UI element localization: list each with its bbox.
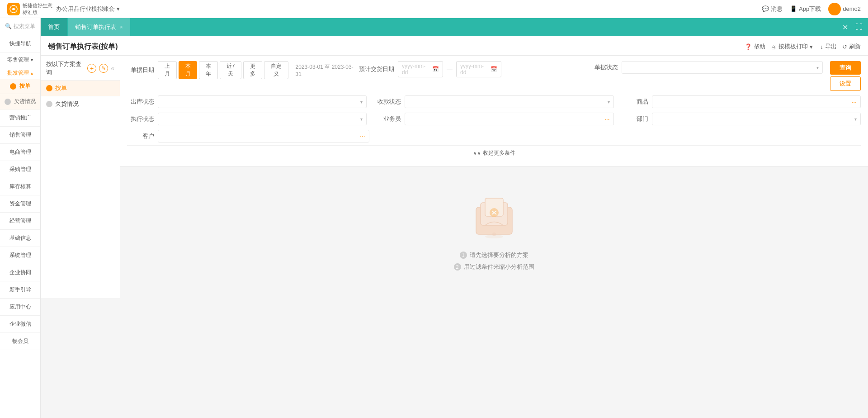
customer-dots-icon[interactable]: ···	[360, 133, 365, 140]
print-dropdown-button[interactable]: ▾	[808, 42, 815, 52]
tip-num-1: 1	[460, 252, 467, 259]
sidebar-item-finance[interactable]: 资金管理	[0, 195, 40, 213]
sidebar-item-member[interactable]: 畅会员	[0, 333, 40, 350]
scheme-item-debt[interactable]: 欠货情况	[41, 96, 120, 112]
status-select[interactable]: ▾	[622, 61, 823, 74]
sidebar-item-apps[interactable]: 应用中心	[0, 299, 40, 316]
date-btn-last7[interactable]: 近7天	[220, 61, 241, 79]
sidebar-item-system[interactable]: 系统管理	[0, 247, 40, 264]
status-select-arrow: ▾	[816, 65, 819, 70]
scheme-header: 按以下方案查询 + ✎ «	[41, 56, 120, 81]
sidebar-item-inventory[interactable]: 库存核算	[0, 178, 40, 195]
filter-row-1: 单据日期 上月 本月 本年 近7天 更多 自定义 2023-03-01 至 20…	[127, 61, 861, 91]
sidebar-item-search[interactable]: 🔍 搜索菜单	[0, 18, 40, 35]
collapse-up-icon: ∧∧	[473, 150, 481, 157]
salesperson-dots-icon[interactable]: ···	[604, 115, 610, 123]
empty-illustration	[467, 194, 521, 240]
date-btn-custom[interactable]: 自定义	[264, 61, 288, 79]
chevron-down-icon: ▾	[117, 5, 120, 12]
tab-maximize-button[interactable]: ⛶	[854, 21, 864, 33]
tab-home[interactable]: 首页	[41, 18, 67, 36]
help-button[interactable]: ❓ 帮助	[745, 43, 765, 51]
export-button[interactable]: ↓ 导出	[821, 43, 837, 51]
sidebar-item-debt[interactable]: 欠货情况	[0, 94, 40, 109]
right-content: 单据日期 上月 本月 本年 近7天 更多 自定义 2023-03-01 至 20…	[120, 56, 868, 298]
filter-dept-cell: 部门 ▾	[621, 113, 861, 125]
date-btn-prev-month[interactable]: 上月	[158, 61, 177, 79]
salesperson-input[interactable]: ···	[405, 113, 613, 125]
sidebar-item-ecommerce[interactable]: 电商管理	[0, 144, 40, 161]
svg-point-2	[830, 12, 839, 15]
filter-row-2: 出库状态 ▾ 收款状态 ▾	[127, 95, 861, 108]
sidebar-wholesale-sub: 按单 欠货情况	[0, 79, 40, 109]
user-menu[interactable]: demo2	[828, 3, 861, 15]
expected-date-to-input[interactable]: yyyy-mm-dd 📅	[456, 61, 501, 77]
user-name: demo2	[843, 5, 861, 12]
top-bar-left: 畅捷信好生意 标准版 办公用品行业模拟账套 ▾	[7, 2, 120, 15]
print-button[interactable]: 🖨 按模板打印	[771, 43, 808, 51]
dept-select[interactable]: ▾	[652, 113, 861, 125]
scheme-collapse-button[interactable]: «	[111, 65, 114, 72]
sidebar-item-newbie[interactable]: 新手引导	[0, 281, 40, 299]
sidebar-item-basic[interactable]: 基础信息	[0, 230, 40, 247]
goods-dots-icon[interactable]: ···	[851, 98, 857, 105]
message-button[interactable]: 💬 消息	[762, 5, 783, 13]
sidebar-item-sales[interactable]: 销售管理	[0, 127, 40, 144]
sidebar-item-wholesale[interactable]: 批发管理 ▴	[0, 66, 40, 79]
search-icon: 🔍	[5, 23, 12, 29]
out-status-select[interactable]: ▾	[158, 95, 367, 108]
date-range-separator: —	[447, 66, 453, 73]
tip-num-2: 2	[454, 263, 461, 271]
sidebar-item-marketing[interactable]: 营销推广	[0, 109, 40, 127]
collapse-button[interactable]: ∧∧ 收起更多条件	[127, 147, 861, 159]
filter-status-section: 单据状态 ▾	[591, 61, 823, 74]
sidebar-item-purchase[interactable]: 采购管理	[0, 161, 40, 178]
company-selector[interactable]: 办公用品行业模拟账套 ▾	[56, 5, 120, 13]
set-button[interactable]: 设置	[830, 76, 861, 91]
sidebar-item-wechat[interactable]: 企业微信	[0, 316, 40, 333]
date-btn-curr-month[interactable]: 本月	[179, 61, 198, 79]
export-icon: ↓	[821, 43, 824, 50]
logo-icon	[7, 3, 20, 15]
goods-input[interactable]: ···	[652, 95, 861, 108]
refresh-button[interactable]: ↺ 刷新	[842, 43, 861, 51]
date-range-text: 2023-03-01 至 2023-03-31	[296, 63, 359, 77]
collect-status-arrow: ▾	[608, 100, 610, 104]
filter-customer-cell: 客户 ···	[127, 130, 369, 142]
sidebar-item-operations[interactable]: 经营管理	[0, 213, 40, 230]
page-title: 销售订单执行表(按单)	[48, 42, 118, 52]
salesperson-label: 业务员	[374, 115, 401, 123]
query-button[interactable]: 查询	[830, 61, 861, 75]
content-area: 首页 销售订单执行表 × ✕ ⛶ 销售订单执行表(按单) ❓ 帮助	[41, 18, 868, 418]
filter-expected-date-section: 预计交货日期 yyyy-mm-dd 📅 — yyyy-mm-dd 📅	[359, 61, 591, 77]
sidebar-item-retail[interactable]: 零售管理 ▾	[0, 52, 40, 66]
app-download-button[interactable]: 📱 App下载	[790, 5, 821, 13]
page-content: 销售订单执行表(按单) ❓ 帮助 🖨 按模板打印 ▾ ↓	[41, 36, 868, 418]
sidebar-item-corp[interactable]: 企业协同	[0, 264, 40, 281]
exec-status-label: 执行状态	[127, 115, 154, 123]
filter-row-3: 执行状态 ▾ 业务员 ···	[127, 113, 861, 125]
scheme-add-button[interactable]: +	[87, 64, 96, 73]
sidebar-item-order[interactable]: 按单	[0, 79, 40, 94]
tab-active[interactable]: 销售订单执行表 ×	[68, 18, 130, 36]
date-filter-label: 单据日期	[127, 66, 154, 74]
collect-status-select[interactable]: ▾	[405, 95, 613, 108]
tab-close-button[interactable]: ✕	[840, 21, 850, 33]
tab-close-icon[interactable]: ×	[120, 24, 123, 30]
scheme-title: 按以下方案查询	[46, 60, 85, 76]
page-header-actions: ❓ 帮助 🖨 按模板打印 ▾ ↓ 导出	[745, 42, 861, 52]
expected-date-from-input[interactable]: yyyy-mm-dd 📅	[398, 61, 443, 77]
customer-input[interactable]: ···	[158, 130, 369, 142]
out-status-arrow: ▾	[360, 100, 363, 104]
sidebar-item-shortcut[interactable]: 快捷导航	[0, 35, 40, 52]
date-btn-curr-year[interactable]: 本年	[199, 61, 218, 79]
exec-status-select[interactable]: ▾	[158, 113, 367, 125]
filter-row-4: 客户 ···	[127, 130, 861, 142]
top-bar: 畅捷信好生意 标准版 办公用品行业模拟账套 ▾ 💬 消息 📱 App下载 dem…	[0, 0, 868, 18]
scheme-dot-active	[46, 85, 52, 91]
filter-salesperson-cell: 业务员 ···	[374, 113, 613, 125]
scheme-item-order[interactable]: 按单	[41, 81, 120, 96]
date-btn-more[interactable]: 更多	[243, 61, 262, 79]
scheme-edit-button[interactable]: ✎	[99, 64, 108, 73]
main-panel: 按以下方案查询 + ✎ « 按单 欠货情况	[41, 56, 868, 298]
